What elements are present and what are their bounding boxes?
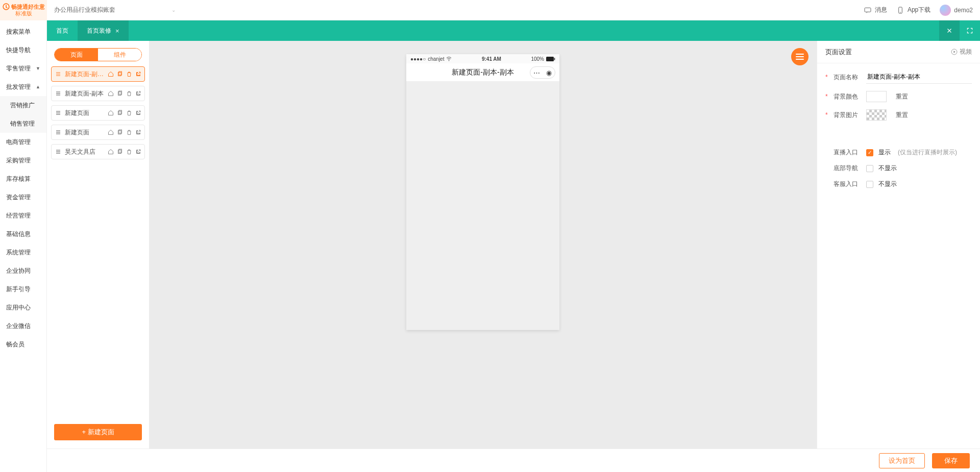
drag-handle-icon[interactable] <box>55 148 62 155</box>
avatar[interactable] <box>940 5 951 16</box>
video-help-button[interactable]: 视频 <box>951 48 972 56</box>
live-entry-checkbox[interactable]: ✓ <box>866 149 873 156</box>
external-link-icon[interactable] <box>135 71 141 77</box>
field-bg-image: * 背景图片 重置 <box>825 109 972 121</box>
sidebar-item-system[interactable]: 系统管理 <box>0 243 46 262</box>
tab-close-all-button[interactable] <box>939 20 960 41</box>
play-icon <box>951 49 958 55</box>
bg-image-swatch[interactable] <box>866 109 887 121</box>
sidebar-item-retail[interactable]: 零售管理▼ <box>0 59 46 78</box>
external-link-icon[interactable] <box>135 149 141 155</box>
brand-icon <box>3 3 10 10</box>
seg-component[interactable]: 组件 <box>98 49 141 61</box>
sidebar-item-basicinfo[interactable]: 基础信息 <box>0 225 46 243</box>
target-icon[interactable]: ◉ <box>543 67 555 78</box>
fullscreen-button[interactable] <box>960 20 980 41</box>
svg-point-3 <box>900 12 900 12</box>
delete-icon[interactable] <box>126 110 132 116</box>
page-item[interactable]: 新建页面-副本 <box>51 86 145 101</box>
caret-up-icon: ▲ <box>36 84 40 89</box>
sidebar-item-guide[interactable]: 新手引导 <box>0 280 46 298</box>
caret-down-icon: ▼ <box>36 66 40 71</box>
external-link-icon[interactable] <box>135 110 141 116</box>
sidebar-item-wholesale[interactable]: 批发管理▲ <box>0 78 46 96</box>
sidebar-item-quicknav[interactable]: 快捷导航 <box>0 41 46 59</box>
field-page-name: * 页面名称 <box>825 70 972 84</box>
field-label: 背景颜色 <box>834 92 861 101</box>
field-label: 背景图片 <box>834 111 861 120</box>
drag-handle-icon[interactable] <box>55 129 62 136</box>
delete-icon[interactable] <box>126 149 132 155</box>
sidebar-item-member[interactable]: 畅会员 <box>0 335 46 353</box>
reset-bg-color[interactable]: 重置 <box>896 92 908 101</box>
external-link-icon[interactable] <box>135 90 141 97</box>
reset-bg-image[interactable]: 重置 <box>896 111 908 120</box>
messages-button[interactable]: 消息 <box>864 6 887 14</box>
bottom-nav-checkbox[interactable] <box>866 165 873 172</box>
delete-icon[interactable] <box>126 90 132 97</box>
username[interactable]: demo2 <box>954 7 973 14</box>
copy-icon[interactable] <box>117 129 123 135</box>
sidebar-item-marketing[interactable]: 营销推广 <box>0 96 46 114</box>
page-name-input[interactable] <box>866 70 972 84</box>
copy-icon[interactable] <box>117 110 123 116</box>
external-link-icon[interactable] <box>135 129 141 135</box>
sidebar-item-finance[interactable]: 资金管理 <box>0 188 46 206</box>
field-label: 直播入口 <box>834 148 861 157</box>
sidebar-item-inventory[interactable]: 库存核算 <box>0 170 46 188</box>
page-item[interactable]: 新建页面 <box>51 125 145 140</box>
service-entry-checkbox[interactable] <box>866 181 873 188</box>
page-item[interactable]: 新建页面 <box>51 105 145 121</box>
phone-time: 9:41 AM <box>452 56 531 62</box>
home-icon[interactable] <box>108 90 114 97</box>
drag-handle-icon[interactable] <box>55 109 62 116</box>
phone-header: 新建页面-副本-副本 ⋯ ◉ <box>406 63 559 82</box>
drag-handle-icon[interactable] <box>55 90 62 97</box>
sidebar-item-purchase[interactable]: 采购管理 <box>0 151 46 170</box>
org-selector[interactable]: 办公用品行业模拟账套 ⌄ <box>54 6 176 14</box>
main: 首页 首页装修 × 页面 组件 <box>47 20 980 472</box>
page-item[interactable]: 新建页面-副本... <box>51 66 145 82</box>
app-download-label: App下载 <box>908 6 930 14</box>
drag-handle-icon[interactable] <box>55 70 62 78</box>
sidebar-item-collab[interactable]: 企业协同 <box>0 262 46 280</box>
delete-icon[interactable] <box>126 129 132 135</box>
svg-point-14 <box>449 60 449 61</box>
page-item[interactable]: 昊天文具店 <box>51 144 145 159</box>
phone-icon <box>896 6 904 14</box>
chat-icon <box>864 6 872 14</box>
sidebar-item-appcenter[interactable]: 应用中心 <box>0 298 46 317</box>
tab-page-decor[interactable]: 首页装修 × <box>78 20 129 41</box>
delete-icon[interactable] <box>126 71 132 77</box>
copy-icon[interactable] <box>117 71 123 77</box>
sidebar-item-sales[interactable]: 销售管理 <box>0 114 46 133</box>
sidebar-item-business[interactable]: 经营管理 <box>0 206 46 225</box>
sidebar-item-wechat[interactable]: 企业微信 <box>0 317 46 335</box>
chevron-down-icon: ⌄ <box>172 7 176 13</box>
home-icon[interactable] <box>108 149 114 155</box>
save-button[interactable]: 保存 <box>932 453 970 468</box>
home-icon[interactable] <box>108 71 114 77</box>
home-icon[interactable] <box>108 110 114 116</box>
topbar: 畅捷通好生意 标准版 办公用品行业模拟账套 ⌄ 消息 App下载 demo2 <box>0 0 980 20</box>
copy-icon[interactable] <box>117 149 123 155</box>
brand-edition: 标准版 <box>15 10 32 17</box>
miniprogram-capsule: ⋯ ◉ <box>530 66 555 79</box>
phone-body[interactable] <box>406 82 559 330</box>
field-service-entry: * 客服入口 不显示 <box>825 180 972 188</box>
bg-color-swatch[interactable] <box>866 91 887 102</box>
home-icon[interactable] <box>108 129 114 135</box>
new-page-button[interactable]: + 新建页面 <box>54 424 142 440</box>
sidebar-item-search[interactable]: 搜索菜单 <box>0 22 46 41</box>
app-download-button[interactable]: App下载 <box>896 6 930 14</box>
tab-home[interactable]: 首页 <box>47 20 78 41</box>
close-icon[interactable]: × <box>115 27 119 35</box>
set-home-button[interactable]: 设为首页 <box>879 453 925 468</box>
checkbox-label: 不显示 <box>878 164 897 173</box>
seg-page[interactable]: 页面 <box>55 49 98 61</box>
checkbox-label: 显示 <box>878 148 891 157</box>
float-menu-button[interactable] <box>791 48 808 65</box>
more-icon[interactable]: ⋯ <box>530 67 543 78</box>
copy-icon[interactable] <box>117 90 123 97</box>
sidebar-item-ecommerce[interactable]: 电商管理 <box>0 133 46 151</box>
